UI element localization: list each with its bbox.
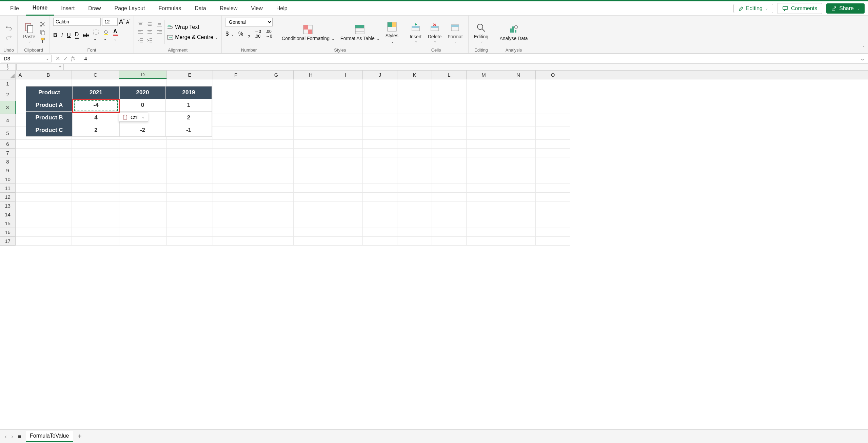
cell-A15[interactable]: [16, 219, 25, 228]
cell-L13[interactable]: [432, 201, 467, 210]
cell-F12[interactable]: [213, 193, 259, 201]
cell-L2[interactable]: [432, 88, 467, 101]
cell-A2[interactable]: [16, 88, 25, 101]
cell-F8[interactable]: [213, 157, 259, 166]
cell-D16[interactable]: [119, 228, 167, 237]
cell-K9[interactable]: [397, 166, 432, 175]
cell-A5[interactable]: [16, 127, 25, 140]
cell-D14[interactable]: [119, 210, 167, 219]
cell-O12[interactable]: [536, 193, 570, 201]
cell-A13[interactable]: [16, 201, 25, 210]
cancel-formula-icon[interactable]: ✕: [56, 55, 60, 62]
cell-M8[interactable]: [467, 157, 501, 166]
cell-N3[interactable]: [501, 101, 536, 114]
cell-K7[interactable]: [397, 149, 432, 157]
cell-O7[interactable]: [536, 149, 570, 157]
cell-N12[interactable]: [501, 193, 536, 201]
cell-I2[interactable]: [328, 88, 363, 101]
cell-J13[interactable]: [363, 201, 397, 210]
cell-J2[interactable]: [363, 88, 397, 101]
format-cells-button[interactable]: Format⌄: [446, 21, 465, 44]
decrease-indent-icon[interactable]: [137, 37, 143, 43]
cell-A6[interactable]: [16, 140, 25, 149]
cell-L15[interactable]: [432, 219, 467, 228]
cell-G13[interactable]: [259, 201, 294, 210]
cell-N8[interactable]: [501, 157, 536, 166]
cell-I15[interactable]: [328, 219, 363, 228]
cell-H6[interactable]: [294, 140, 328, 149]
cell-I1[interactable]: [328, 79, 363, 88]
cell-C13[interactable]: [72, 201, 119, 210]
cell-K8[interactable]: [397, 157, 432, 166]
cell-H8[interactable]: [294, 157, 328, 166]
cell-N17[interactable]: [501, 237, 536, 246]
sheet-nav-next[interactable]: ›: [11, 434, 13, 440]
cell-B13[interactable]: [25, 201, 72, 210]
cell-G1[interactable]: [259, 79, 294, 88]
cell-L7[interactable]: [432, 149, 467, 157]
double-underline-button[interactable]: D: [75, 32, 79, 39]
cell-E13[interactable]: [167, 201, 213, 210]
cell-H1[interactable]: [294, 79, 328, 88]
paste-options-tag[interactable]: Ctrl ⌄: [119, 113, 148, 122]
conditional-formatting-button[interactable]: Conditional Formatting ⌄: [280, 23, 336, 42]
cell-I6[interactable]: [328, 140, 363, 149]
table-cell[interactable]: 0: [120, 99, 166, 112]
cell-O9[interactable]: [536, 166, 570, 175]
cell-N16[interactable]: [501, 228, 536, 237]
cell-B12[interactable]: [25, 193, 72, 201]
cell-M6[interactable]: [467, 140, 501, 149]
cell-C6[interactable]: [72, 140, 119, 149]
cell-I14[interactable]: [328, 210, 363, 219]
cell-I8[interactable]: [328, 157, 363, 166]
cell-L14[interactable]: [432, 210, 467, 219]
align-left-icon[interactable]: [137, 29, 143, 35]
cell-G14[interactable]: [259, 210, 294, 219]
row-header-9[interactable]: 9: [0, 166, 16, 175]
formula-input[interactable]: -4: [79, 55, 857, 62]
column-header-F[interactable]: F: [213, 71, 259, 79]
editing-mode-button[interactable]: Editing ⌄: [733, 4, 773, 13]
fill-color-icon[interactable]: ⌄: [103, 29, 109, 41]
column-header-C[interactable]: C: [72, 71, 119, 79]
table-cell[interactable]: 1: [166, 99, 212, 112]
row-header-17[interactable]: 17: [0, 237, 16, 246]
cell-F15[interactable]: [213, 219, 259, 228]
cell-I7[interactable]: [328, 149, 363, 157]
row-header-7[interactable]: 7: [0, 149, 16, 157]
cell-J9[interactable]: [363, 166, 397, 175]
cell-C14[interactable]: [72, 210, 119, 219]
cell-I9[interactable]: [328, 166, 363, 175]
cell-L16[interactable]: [432, 228, 467, 237]
cell-L10[interactable]: [432, 175, 467, 184]
cell-A4[interactable]: [16, 114, 25, 127]
cell-D12[interactable]: [119, 193, 167, 201]
expand-formula-icon[interactable]: ⌄: [857, 55, 868, 62]
cell-C8[interactable]: [72, 157, 119, 166]
cell-J8[interactable]: [363, 157, 397, 166]
column-header-J[interactable]: J: [363, 71, 397, 79]
cell-M16[interactable]: [467, 228, 501, 237]
cell-M4[interactable]: [467, 114, 501, 127]
cut-icon[interactable]: [39, 21, 46, 27]
cell-F13[interactable]: [213, 201, 259, 210]
column-header-I[interactable]: I: [328, 71, 363, 79]
cell-K11[interactable]: [397, 184, 432, 193]
row-header-12[interactable]: 12: [0, 193, 16, 201]
cell-O1[interactable]: [536, 79, 570, 88]
cell-E10[interactable]: [167, 175, 213, 184]
cell-I10[interactable]: [328, 175, 363, 184]
column-header-E[interactable]: E: [167, 71, 213, 79]
cell-I16[interactable]: [328, 228, 363, 237]
table-cell[interactable]: 4: [73, 112, 120, 124]
column-header-D[interactable]: D: [119, 71, 167, 79]
cell-K14[interactable]: [397, 210, 432, 219]
row-header-15[interactable]: 15: [0, 219, 16, 228]
insert-cells-button[interactable]: Insert⌄: [408, 21, 424, 44]
align-right-icon[interactable]: [156, 29, 162, 35]
cell-O4[interactable]: [536, 114, 570, 127]
menu-tab-insert[interactable]: Insert: [54, 1, 81, 16]
font-color-icon[interactable]: A⌄: [113, 28, 118, 42]
cell-A9[interactable]: [16, 166, 25, 175]
cell-I17[interactable]: [328, 237, 363, 246]
